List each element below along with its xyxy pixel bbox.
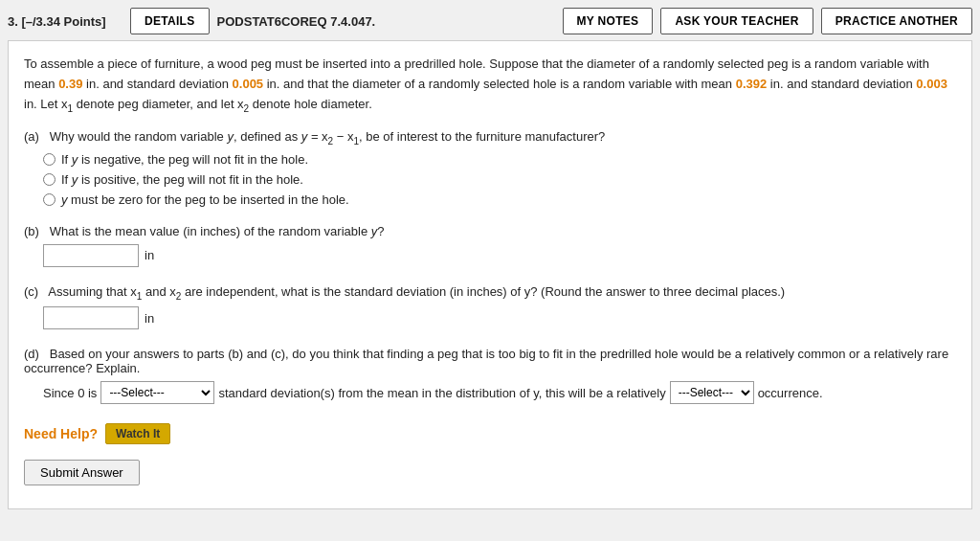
need-help-label: Need Help? bbox=[24, 426, 98, 441]
my-notes-button[interactable]: MY NOTES bbox=[563, 8, 654, 34]
part-c-label: (c) Assuming that x1 and x2 are independ… bbox=[24, 284, 956, 302]
part-d-marker: (d) Based on your answers to parts (b) a… bbox=[24, 347, 948, 375]
part-b-label: (b) What is the mean value (in inches) o… bbox=[24, 224, 956, 238]
mean1-value: 0.39 bbox=[58, 77, 82, 91]
part-c: (c) Assuming that x1 and x2 are independ… bbox=[24, 284, 956, 330]
points-label: 3. [–/3.34 Points] bbox=[8, 14, 122, 29]
mean2-value: 0.392 bbox=[736, 77, 768, 91]
radio-label-2: If y is positive, the peg will not fit i… bbox=[61, 172, 303, 187]
since-row: Since 0 is ---Select--- less than 1 betw… bbox=[43, 381, 956, 404]
mean-unit-label: in bbox=[145, 248, 154, 262]
radio-label-3: y must be zero for the peg to be inserte… bbox=[61, 192, 349, 207]
ask-teacher-button[interactable]: ASK YOUR TEACHER bbox=[660, 8, 813, 34]
part-c-input-row: in bbox=[43, 306, 956, 329]
intro-text5: in. and standard deviation bbox=[767, 77, 916, 91]
header-bar: 3. [–/3.34 Points] DETAILS PODSTAT6COREQ… bbox=[8, 8, 972, 34]
watch-it-button[interactable]: Watch It bbox=[105, 423, 170, 444]
part-d-label: (d) Based on your answers to parts (b) a… bbox=[24, 347, 956, 375]
part-a: (a) Why would the random variable y, def… bbox=[24, 129, 956, 207]
part-b-marker: (b) What is the mean value (in inches) o… bbox=[24, 224, 384, 238]
part-a-label: (a) Why would the random variable y, def… bbox=[24, 129, 956, 147]
part-a-options: If y is negative, the peg will not fit i… bbox=[43, 152, 956, 207]
intro-text3: in. and standard deviation bbox=[82, 77, 232, 91]
radio-option-2: If y is positive, the peg will not fit i… bbox=[43, 172, 956, 187]
radio-label-1: If y is negative, the peg will not fit i… bbox=[61, 152, 308, 167]
radio-input-1[interactable] bbox=[43, 153, 56, 166]
intro-paragraph: To assemble a piece of furniture, a wood… bbox=[24, 55, 956, 116]
details-button[interactable]: DETAILS bbox=[130, 8, 210, 34]
part-c-marker: (c) Assuming that x1 and x2 are independ… bbox=[24, 284, 785, 299]
sd2-value: 0.003 bbox=[916, 77, 947, 91]
need-help-row: Need Help? Watch It bbox=[24, 423, 956, 444]
part-b: (b) What is the mean value (in inches) o… bbox=[24, 224, 956, 267]
mean-value-input[interactable] bbox=[43, 244, 139, 267]
practice-another-button[interactable]: PRACTICE ANOTHER bbox=[821, 8, 972, 34]
radio-option-1: If y is negative, the peg will not fit i… bbox=[43, 152, 956, 167]
submit-row: Submit Answer bbox=[24, 460, 956, 485]
end-text: occurrence. bbox=[758, 386, 823, 400]
content-area: To assemble a piece of furniture, a wood… bbox=[8, 40, 972, 509]
part-b-input-row: in bbox=[43, 244, 956, 267]
problem-id: PODSTAT6COREQ 7.4.047. bbox=[217, 14, 376, 29]
intro-text7: in. Let x1 denote peg diameter, and let … bbox=[24, 97, 372, 111]
since-text: Since 0 is bbox=[43, 386, 97, 400]
radio-input-3[interactable] bbox=[43, 193, 56, 206]
part-a-marker: (a) Why would the random variable y, def… bbox=[24, 129, 605, 144]
sd-unit-label: in bbox=[145, 311, 154, 326]
submit-answer-button[interactable]: Submit Answer bbox=[24, 460, 140, 485]
radio-option-3: y must be zero for the peg to be inserte… bbox=[43, 192, 956, 207]
sd-value-input[interactable] bbox=[43, 306, 139, 329]
middle-text: standard deviation(s) from the mean in t… bbox=[218, 386, 665, 400]
intro-text4: in. and that the diameter of a randomly … bbox=[263, 77, 736, 91]
select-occurrence-dropdown[interactable]: ---Select--- common rare bbox=[670, 381, 754, 404]
sd1-value: 0.005 bbox=[233, 77, 264, 91]
radio-input-2[interactable] bbox=[43, 173, 56, 186]
part-d: (d) Based on your answers to parts (b) a… bbox=[24, 347, 956, 404]
select-deviation-dropdown[interactable]: ---Select--- less than 1 between 1 and 2… bbox=[100, 381, 214, 404]
